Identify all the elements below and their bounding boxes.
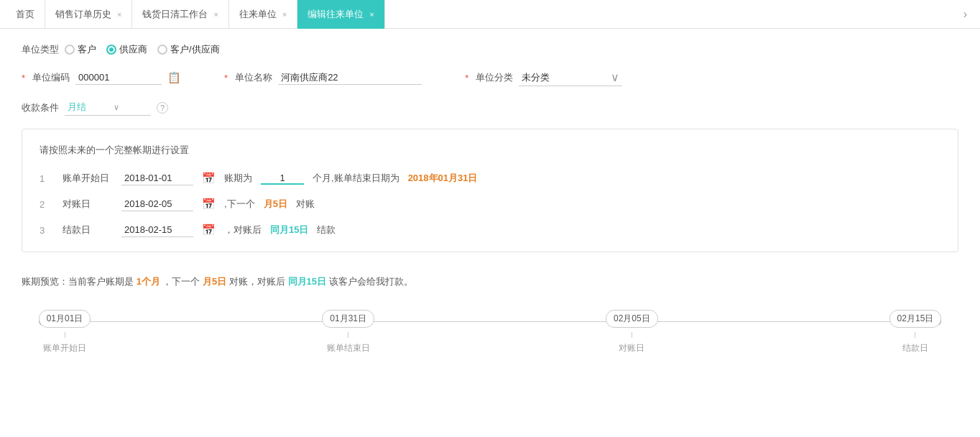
row-num-1: 1	[40, 173, 54, 184]
timeline-label-1: 01月01日	[39, 310, 91, 328]
payment-terms-group: 收款条件 月结 ∨ ?	[22, 99, 168, 116]
radio-both[interactable]: 客户/供应商	[157, 43, 220, 56]
payment-terms-help-icon[interactable]: ?	[157, 102, 168, 114]
timeline-item-4: 02月15日 结款日	[887, 310, 944, 354]
timeline-item-3: 02月05日 对账日	[603, 310, 660, 354]
radio-supplier-circle	[106, 45, 116, 55]
unit-category-group: * 单位分类 未分类 ∨	[465, 69, 622, 86]
payment-date-input[interactable]	[121, 223, 193, 237]
preview-part2: 月5日	[203, 276, 226, 287]
reconcile-date-calendar-icon[interactable]: 📅	[202, 198, 216, 211]
unit-code-icon[interactable]: 📋	[167, 71, 181, 84]
radio-supplier[interactable]: 供应商	[106, 43, 147, 56]
unit-category-dropdown-icon: ∨	[611, 70, 619, 84]
unit-category-label: 单位分类	[476, 71, 513, 84]
timeline-item-1: 01月01日 账单开始日	[36, 310, 93, 354]
unit-code-label: 单位编码	[32, 71, 70, 84]
row-3-prefix: ，对账后	[224, 224, 262, 236]
row-2-highlight: 月5日	[264, 198, 287, 211]
row-1-suffix: 个月,账单结束日期为	[313, 172, 399, 185]
row-field-3: 结款日	[63, 224, 113, 236]
main-content: 单位类型 客户 供应商 客户/供应商 * 单位编码	[0, 29, 980, 437]
payment-terms-label: 收款条件	[22, 101, 59, 114]
reconcile-date-input[interactable]	[121, 197, 193, 211]
tab-expand-icon[interactable]: ›	[956, 8, 974, 21]
row-num-2: 2	[40, 199, 54, 210]
radio-both-circle	[157, 45, 167, 55]
unit-code-input[interactable]	[75, 70, 162, 85]
unit-code-group: * 单位编码 📋	[22, 70, 181, 85]
billing-period-input[interactable]	[261, 172, 304, 185]
tab-home[interactable]: 首页	[6, 0, 45, 29]
setting-box-title: 请按照未来的一个完整帐期进行设置	[40, 144, 940, 157]
timeline-container: 01月01日 账单开始日 01月31日 账单结束日 02月05日 对账日 02月…	[22, 303, 958, 362]
payment-terms-value: 月结	[68, 101, 111, 114]
radio-customer-circle	[65, 45, 75, 55]
tab-partner-units[interactable]: 往来单位 ×	[229, 0, 297, 29]
tab-sales-history[interactable]: 销售订单历史 ×	[45, 0, 132, 29]
tab-edit-partner[interactable]: 编辑往来单位 ×	[297, 0, 384, 29]
timeline-label-4: 02月15日	[889, 310, 942, 328]
timeline-label-2: 01月31日	[322, 310, 374, 328]
preview-sep1: ，下一个	[162, 276, 200, 287]
preview-section: 账期预览：当前客户账期是 1个月 ，下一个 月5日 对账，对账后 同月15日 该…	[22, 264, 958, 367]
radio-customer[interactable]: 客户	[65, 43, 96, 56]
unit-category-value: 未分类	[522, 71, 608, 84]
start-date-input[interactable]	[121, 171, 193, 185]
preview-suffix: 该客户会给我打款。	[329, 276, 413, 287]
timeline-label-3: 02月05日	[606, 310, 658, 328]
payment-terms-row: 收款条件 月结 ∨ ?	[22, 99, 958, 116]
unit-type-row: 单位类型 客户 供应商 客户/供应商	[22, 43, 958, 56]
setting-box: 请按照未来的一个完整帐期进行设置 1 账单开始日 📅 账期为 个月,账单结束日期…	[22, 129, 958, 252]
row-1-highlight: 2018年01月31日	[408, 172, 478, 185]
start-date-calendar-icon[interactable]: 📅	[202, 172, 216, 185]
unit-type-radios: 客户 供应商 客户/供应商	[65, 43, 220, 56]
unit-info-row: * 单位编码 📋 * 单位名称 * 单位分类 未分类 ∨	[22, 69, 958, 86]
row-1-mid-text: 账期为	[224, 172, 252, 185]
preview-text: 账期预览：当前客户账期是 1个月 ，下一个 月5日 对账，对账后 同月15日 该…	[22, 275, 958, 288]
timeline-desc-1: 账单开始日	[43, 342, 86, 354]
unit-type-label: 单位类型	[22, 43, 59, 56]
tab-cash-work[interactable]: 钱货日清工作台 ×	[132, 0, 228, 29]
timeline-desc-4: 结款日	[902, 342, 928, 354]
setting-rows: 1 账单开始日 📅 账期为 个月,账单结束日期为 2018年01月31日 2 对…	[40, 171, 940, 237]
preview-part1: 1个月	[137, 276, 160, 287]
setting-row-2: 2 对账日 📅 ,下一个 月5日 对账	[40, 197, 940, 211]
unit-name-label: 单位名称	[235, 71, 272, 84]
timeline-items: 01月01日 账单开始日 01月31日 账单结束日 02月05日 对账日 02月…	[36, 310, 944, 354]
timeline-desc-3: 对账日	[619, 342, 644, 354]
timeline-desc-2: 账单结束日	[327, 342, 370, 354]
row-2-prefix: ,下一个	[224, 198, 255, 211]
row-3-suffix: 结款	[317, 224, 336, 236]
row-field-2: 对账日	[63, 198, 113, 211]
preview-sep2: 对账，对账后	[229, 276, 285, 287]
preview-label: 账期预览：当前客户账期是	[22, 276, 134, 287]
unit-name-group: * 单位名称	[224, 70, 422, 85]
row-num-3: 3	[40, 225, 54, 236]
row-3-highlight: 同月15日	[270, 224, 308, 236]
setting-row-1: 1 账单开始日 📅 账期为 个月,账单结束日期为 2018年01月31日	[40, 171, 940, 185]
payment-terms-arrow: ∨	[114, 103, 119, 112]
row-2-suffix: 对账	[296, 198, 315, 211]
payment-terms-select[interactable]: 月结 ∨	[65, 99, 151, 116]
tab-partner-units-close[interactable]: ×	[282, 10, 287, 19]
payment-date-calendar-icon[interactable]: 📅	[202, 224, 216, 236]
preview-part3: 同月15日	[288, 276, 326, 287]
tab-sales-history-close[interactable]: ×	[117, 10, 121, 19]
tab-bar: 首页 销售订单历史 × 钱货日清工作台 × 往来单位 × 编辑往来单位 × ›	[0, 0, 980, 29]
setting-row-3: 3 结款日 📅 ，对账后 同月15日 结款	[40, 223, 940, 237]
row-field-1: 账单开始日	[63, 172, 113, 185]
timeline-item-2: 01月31日 账单结束日	[320, 310, 377, 354]
tab-cash-work-close[interactable]: ×	[213, 10, 218, 19]
unit-type-group: 单位类型 客户 供应商 客户/供应商	[22, 43, 220, 56]
tab-edit-partner-close[interactable]: ×	[369, 10, 374, 19]
unit-name-input[interactable]	[278, 70, 422, 85]
unit-category-select[interactable]: 未分类 ∨	[519, 69, 622, 86]
